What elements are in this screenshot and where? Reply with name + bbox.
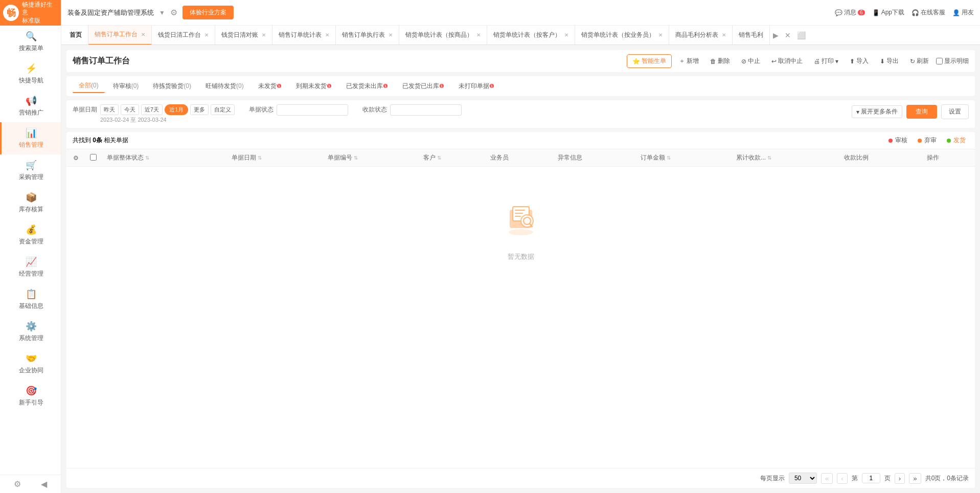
expand-conditions-btn[interactable]: ▾ 展开更多条件 — [852, 105, 902, 118]
tab-close-icon[interactable]: ✕ — [325, 32, 329, 38]
tab-sales-workbench[interactable]: 销售订单工作台 ✕ — [88, 26, 152, 45]
import-btn[interactable]: ⬆ 导入 — [846, 55, 873, 68]
sidebar-item-quicknav[interactable]: ⚡ 快捷导航 — [0, 58, 61, 90]
tab-home[interactable]: 首页 — [63, 26, 88, 45]
date-1month[interactable]: 近1月 — [165, 104, 188, 115]
page-input[interactable] — [862, 473, 880, 483]
query-btn[interactable]: 查询 — [906, 105, 937, 119]
trial-btn[interactable]: 体验行业方案 — [183, 6, 234, 19]
tab-close-icon[interactable]: ✕ — [564, 32, 568, 38]
review-action-btn[interactable]: 审核 — [885, 135, 910, 146]
tab-close-icon[interactable]: ✕ — [262, 32, 266, 38]
ftab-not-printed[interactable]: 未打印单据❶ — [452, 80, 500, 93]
online-service-btn[interactable]: 🎧 在线客服 — [911, 8, 945, 17]
print-btn[interactable]: 🖨 打印 ▾ — [810, 55, 842, 68]
cancel-review-action-btn[interactable]: 弃审 — [915, 135, 940, 146]
tab-cash-daily[interactable]: 钱货日清工作台 ✕ — [152, 26, 215, 45]
tab-sales-summary-prod[interactable]: 销货单统计表（按商品） ✕ — [399, 26, 487, 45]
cancel-stop-btn[interactable]: ↩ 取消中止 — [767, 55, 807, 68]
sidebar-item-newbie[interactable]: 🎯 新手引导 — [0, 380, 61, 412]
status-select[interactable] — [277, 104, 348, 116]
sort-icon[interactable]: ⇅ — [354, 155, 358, 161]
table-area: 共找到 0条 相关单据 审核 弃审 发货 — [66, 132, 975, 488]
sort-icon[interactable]: ⇅ — [258, 155, 262, 161]
tab-scroll-right[interactable]: ▶ — [770, 31, 782, 39]
online-service-label: 在线客服 — [921, 8, 945, 17]
tab-close-icon[interactable]: ✕ — [658, 32, 663, 38]
ship-action-btn[interactable]: 发货 — [944, 135, 969, 146]
collection-select[interactable] — [390, 104, 462, 116]
newbie-icon: 🎯 — [26, 385, 37, 396]
last-page-btn[interactable]: » — [909, 473, 921, 484]
tab-sales-summary-cust[interactable]: 销货单统计表（按客户） ✕ — [487, 26, 575, 45]
sort-icon[interactable]: ⇅ — [667, 155, 671, 161]
add-btn[interactable]: ＋ 新增 — [675, 55, 703, 68]
sort-icon[interactable]: ⇅ — [437, 155, 441, 161]
sort-icon[interactable]: ⇅ — [767, 155, 771, 161]
tab-cash-reconcile[interactable]: 钱货日清对账 ✕ — [215, 26, 272, 45]
tab-sales-exec[interactable]: 销售订单执行表 ✕ — [336, 26, 399, 45]
ftab-shipped-not-out[interactable]: 已发货未出库❶ — [340, 80, 394, 93]
sidebar-settings-icon[interactable]: ⚙ — [14, 479, 21, 489]
export-btn[interactable]: ⬇ 导出 — [876, 55, 903, 68]
sidebar-item-system[interactable]: ⚙️ 系统管理 — [0, 316, 61, 348]
smart-generate-btn[interactable]: ⭐ 智能生单 — [627, 54, 672, 68]
sidebar-item-search[interactable]: 🔍 搜索菜单 — [0, 26, 61, 58]
sidebar-item-finance[interactable]: 💰 资金管理 — [0, 219, 61, 251]
sidebar-item-sales[interactable]: 📊 销售管理 — [0, 122, 61, 154]
tab-sales-summary-staff[interactable]: 销货单统计表（按业务员） ✕ — [575, 26, 669, 45]
sidebar-item-inventory[interactable]: 📦 库存核算 — [0, 187, 61, 219]
date-7days[interactable]: 近7天 — [141, 104, 163, 115]
per-page-select[interactable]: 50 10 20 100 — [789, 473, 817, 484]
user-menu-btn[interactable]: 👤 用友 — [952, 8, 974, 17]
date-today[interactable]: 今天 — [121, 104, 139, 115]
next-page-btn[interactable]: › — [895, 473, 905, 484]
stop-btn[interactable]: ⊘ 中止 — [737, 55, 764, 68]
prev-page-btn[interactable]: ‹ — [837, 473, 847, 484]
date-more[interactable]: 更多 — [190, 104, 209, 115]
tab-sales-profit[interactable]: 销售毛利 — [733, 26, 770, 45]
app-download-btn[interactable]: 📱 App下载 — [872, 8, 904, 17]
smart-btn-label: 智能生单 — [642, 57, 666, 65]
ftab-wangpu-pending[interactable]: 旺铺待发货(0) — [199, 80, 250, 93]
ftab-not-shipped[interactable]: 未发货❶ — [252, 80, 288, 93]
ftab-shipped-out[interactable]: 已发货已出库❶ — [396, 80, 450, 93]
sidebar-item-purchase[interactable]: 🛒 采购管理 — [0, 154, 61, 187]
content-area: 销售订单工作台 ⭐ 智能生单 ＋ 新增 🗑 删除 ⊘ 中止 — [61, 45, 980, 493]
tab-product-margin[interactable]: 商品毛利分析表 ✕ — [669, 26, 733, 45]
tab-sales-stats[interactable]: 销售订单统计表 ✕ — [272, 26, 336, 45]
settings-btn[interactable]: 设置 — [941, 104, 969, 119]
sidebar-item-marketing[interactable]: 📢 营销推广 — [0, 90, 61, 122]
sort-icon[interactable]: ⇅ — [145, 155, 149, 161]
message-badge: 6 — [858, 10, 865, 15]
tab-close-icon[interactable]: ✕ — [204, 32, 209, 38]
sidebar-item-operation[interactable]: 📈 经营管理 — [0, 251, 61, 283]
ftab-pending-review[interactable]: 待审核(0) — [107, 80, 145, 93]
tab-close-icon[interactable]: ✕ — [476, 32, 481, 38]
tab-expand-icon[interactable]: ⬜ — [794, 31, 809, 39]
first-page-btn[interactable]: « — [821, 473, 833, 484]
topbar-dropdown-icon[interactable]: ▼ — [159, 9, 165, 16]
tab-close-all[interactable]: ✕ — [782, 31, 794, 39]
sidebar-collapse-icon[interactable]: ◀ — [41, 479, 47, 489]
settings-icon[interactable]: ⚙ — [73, 154, 79, 162]
ftab-pending-inspect[interactable]: 待拣货验货(0) — [147, 80, 197, 93]
col-ops-label: 操作 — [927, 154, 939, 161]
ftab-overdue-not-shipped[interactable]: 到期未发货❶ — [290, 80, 338, 93]
show-detail-checkbox[interactable]: 显示明细 — [936, 57, 969, 65]
tab-close-icon[interactable]: ✕ — [722, 32, 726, 38]
message-btn[interactable]: 💬 消息 6 — [835, 8, 865, 17]
select-all-checkbox[interactable] — [90, 154, 97, 161]
date-yesterday[interactable]: 昨天 — [100, 104, 119, 115]
tab-close-icon[interactable]: ✕ — [389, 32, 393, 38]
sidebar-item-basic[interactable]: 📋 基础信息 — [0, 283, 61, 316]
delete-btn[interactable]: 🗑 删除 — [706, 55, 734, 68]
topbar-settings-icon[interactable]: ⚙ — [170, 8, 177, 17]
date-custom[interactable]: 自定义 — [211, 104, 235, 115]
total-text: 共找到 — [73, 137, 91, 144]
sidebar-item-coop[interactable]: 🤝 企业协同 — [0, 348, 61, 380]
ftab-all[interactable]: 全部(0) — [73, 79, 105, 93]
refresh-btn[interactable]: ↻ 刷新 — [906, 55, 933, 68]
tab-close-icon[interactable]: ✕ — [141, 32, 145, 37]
show-detail-input[interactable] — [936, 58, 943, 64]
